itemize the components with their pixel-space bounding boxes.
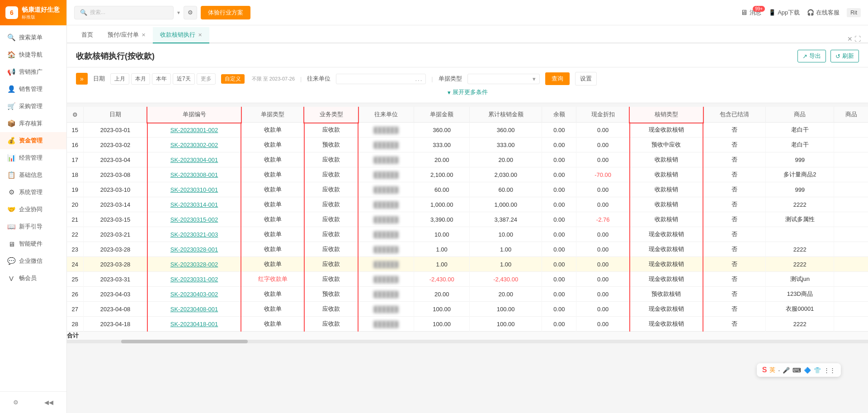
filter-toggle-btn[interactable]: » <box>76 73 88 85</box>
filter-settings-btn[interactable]: 设置 <box>575 72 597 85</box>
date-btn-本年[interactable]: 本年 <box>152 73 171 85</box>
td-voucher_type: 收款单 <box>241 287 305 302</box>
td-voucher_no[interactable]: SK-20230418-001 <box>147 317 241 332</box>
sidebar-item-basic[interactable]: 📋基础信息 <box>0 166 66 184</box>
table-wrap: ⚙日期单据编号单据类型业务类型往来单位单据金额累计核销金额余额现金折扣核销类型包… <box>67 107 868 340</box>
td-voucher_no[interactable]: SK-20230308-001 <box>147 167 241 182</box>
sidebar-item-purchase[interactable]: 🛒采购管理 <box>0 98 66 115</box>
sidebar-item-member[interactable]: V畅会员 <box>0 270 66 287</box>
sidebar-item-inventory[interactable]: 📦库存核算 <box>0 115 66 132</box>
sidebar-icon-sales: 👤 <box>7 85 15 93</box>
user-profile[interactable]: Rit <box>847 8 861 17</box>
refresh-btn[interactable]: ↺ 刷新 <box>830 50 859 62</box>
voucher-type-arrow[interactable]: ▾ <box>533 76 536 82</box>
td-voucher_no[interactable]: SK-20230328-001 <box>147 242 241 257</box>
td-date: 2023-03-28 <box>83 257 147 272</box>
td-voucher_no[interactable]: SK-20230403-002 <box>147 287 241 302</box>
sidebar-icon-operation: 📊 <box>7 154 15 162</box>
tab-close-all-btn[interactable]: ✕ <box>847 35 853 43</box>
sidebar-item-enterprise[interactable]: 🤝企业协同 <box>0 201 66 218</box>
td-voucher_no[interactable]: SK-20230331-002 <box>147 272 241 287</box>
message-btn[interactable]: 🖥 消息 99+ <box>741 9 761 17</box>
collapse-btn[interactable]: ◀◀ <box>41 395 57 409</box>
td-voucher_no[interactable]: SK-20230310-001 <box>147 182 241 197</box>
td-cash_discount: 0.00 <box>576 152 630 167</box>
search-box[interactable]: 🔍 搜索... <box>74 6 174 19</box>
sidebar-label-hardware: 智能硬件 <box>19 240 42 248</box>
sidebar-icon-guide: 📖 <box>7 223 15 231</box>
sidebar-icon-system: ⚙ <box>7 188 15 196</box>
service-btn[interactable]: 🎧 在线客服 <box>807 9 840 17</box>
td-balance: 0.00 <box>542 317 576 332</box>
date-btn-近7天[interactable]: 近7天 <box>173 73 195 85</box>
ime-icon4: ⌨ <box>793 367 801 374</box>
sidebar-item-hardware[interactable]: 🖥智能硬件 <box>0 235 66 252</box>
tab-label-home: 首页 <box>81 31 93 39</box>
table-row: 192023-03-10SK-20230310-001收款单应收款██████6… <box>67 182 868 197</box>
ime-icon6: 👕 <box>814 367 821 374</box>
sidebar-item-system[interactable]: ⚙系统管理 <box>0 184 66 201</box>
query-btn[interactable]: 查询 <box>545 72 570 85</box>
counterpart-more-btn[interactable]: ... <box>415 76 423 82</box>
gear-button[interactable]: ⚙ <box>184 6 197 19</box>
settings-btn[interactable]: ⚙ <box>9 395 22 409</box>
sidebar-item-guide[interactable]: 📖新手引导 <box>0 218 66 235</box>
td-balance: 0.00 <box>542 257 576 272</box>
tab-collection[interactable]: 收款核销执行✕ <box>153 27 209 43</box>
td-balance: 0.00 <box>542 287 576 302</box>
sidebar-label-finance: 资金管理 <box>19 137 42 145</box>
td-voucher_no[interactable]: SK-20230408-001 <box>147 302 241 317</box>
sidebar-item-wechat[interactable]: 💬企业微信 <box>0 252 66 270</box>
sidebar-label-marketing: 营销推广 <box>19 68 42 76</box>
td-voucher_no[interactable]: SK-20230302-002 <box>147 138 241 152</box>
td-voucher_no[interactable]: SK-20230315-002 <box>147 212 241 227</box>
date-btn-本月[interactable]: 本月 <box>131 73 150 85</box>
td-balance: 0.00 <box>542 123 576 138</box>
app-download-btn[interactable]: 📱 App下载 <box>769 9 800 17</box>
td-biz_type: 应收款 <box>304 317 358 332</box>
dropdown-arrow[interactable]: ▾ <box>177 9 180 16</box>
scrollbar-thumb[interactable] <box>121 340 248 343</box>
td-goods: 衣服00001 <box>766 302 834 317</box>
sidebar-item-search[interactable]: 🔍搜索菜单 <box>0 29 66 46</box>
td-voucher_no[interactable]: SK-20230328-002 <box>147 257 241 272</box>
td-goods2 <box>834 272 868 287</box>
export-btn[interactable]: ↗ 导出 <box>797 50 826 62</box>
sidebar-icon-finance: 💰 <box>7 137 15 145</box>
td-voucher_no[interactable]: SK-20230314-001 <box>147 197 241 212</box>
td-voucher_no[interactable]: SK-20230304-001 <box>147 152 241 167</box>
td-voucher_no[interactable]: SK-20230301-002 <box>147 123 241 138</box>
custom-date-btn[interactable]: 自定义 <box>221 74 245 84</box>
tab-expand-btn[interactable]: ⛶ <box>854 35 861 43</box>
td-goods: 2222 <box>766 257 834 272</box>
counterpart-input[interactable] <box>339 76 415 82</box>
expand-more-btn[interactable]: ▾ 展开更多条件 <box>448 88 488 96</box>
separator2: | <box>431 76 433 82</box>
td-verify_type: 现金收款核销 <box>630 123 703 138</box>
tfoot-cell-7 <box>470 332 542 340</box>
td-cash_discount: 0.00 <box>576 138 630 152</box>
horizontal-scrollbar[interactable] <box>67 340 868 343</box>
sidebar-label-operation: 经营管理 <box>19 154 42 162</box>
sidebar-item-sales[interactable]: 👤销售管理 <box>0 81 66 98</box>
solution-btn[interactable]: 体验行业方案 <box>201 6 250 19</box>
date-btn-上月[interactable]: 上月 <box>110 73 129 85</box>
td-voucher_no[interactable]: SK-20230321-003 <box>147 227 241 242</box>
tab-payable[interactable]: 预付/应付单✕ <box>100 27 153 43</box>
tab-close-payable[interactable]: ✕ <box>142 32 146 38</box>
tab-close-collection[interactable]: ✕ <box>198 32 202 38</box>
sidebar-item-operation[interactable]: 📊经营管理 <box>0 149 66 166</box>
td-goods <box>766 227 834 242</box>
table-row: 212023-03-15SK-20230315-002收款单应收款██████3… <box>67 212 868 227</box>
sidebar-item-finance[interactable]: 💰资金管理 <box>0 132 66 149</box>
sidebar-icon-hardware: 🖥 <box>7 240 15 248</box>
tab-home[interactable]: 首页 <box>74 27 100 43</box>
date-label: 日期 <box>93 75 105 83</box>
sidebar-label-search: 搜索菜单 <box>19 33 42 42</box>
td-biz_type: 应收款 <box>304 302 358 317</box>
table-row: 262023-04-03SK-20230403-002收款单预收款██████2… <box>67 287 868 302</box>
sidebar-item-nav[interactable]: 🏠快捷导航 <box>0 46 66 63</box>
date-btn-更多[interactable]: 更多 <box>197 73 216 85</box>
sidebar-item-marketing[interactable]: 📢营销推广 <box>0 63 66 81</box>
td-voucher_type: 红字收款单 <box>241 272 305 287</box>
